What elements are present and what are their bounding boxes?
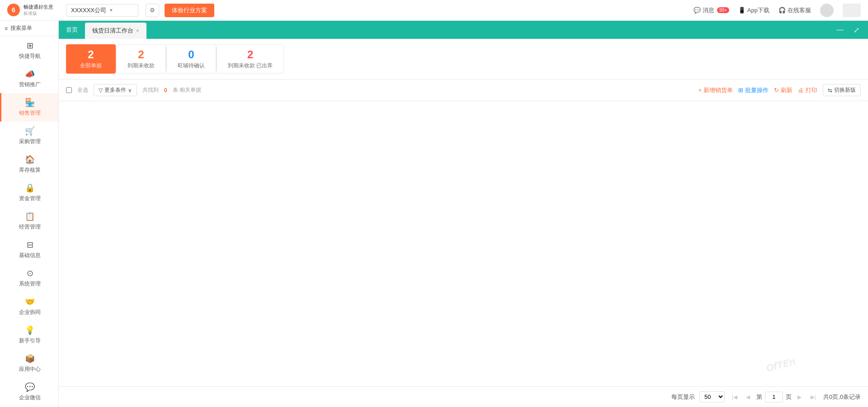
sidebar-item-label-wechat: 企业微信 [19, 394, 41, 402]
stat-label-all: 全部单据 [80, 62, 102, 70]
tab-close-icon[interactable]: × [136, 28, 139, 34]
sidebar-item-enterprise[interactable]: 🤝 企业协同 [0, 292, 58, 321]
select-all-checkbox[interactable] [66, 87, 72, 93]
per-page-label: 每页显示 [671, 393, 695, 401]
tab-active[interactable]: 钱货日清工作台 × [85, 23, 146, 39]
operations-icon: 📋 [25, 211, 35, 221]
avatar[interactable] [820, 4, 834, 17]
sidebar-item-label-purchase: 采购管理 [19, 138, 41, 145]
switch-label: 切换新版 [834, 86, 856, 94]
page-label-end: 页 [786, 393, 792, 401]
search-menu[interactable]: ≡ 搜索菜单 [0, 21, 58, 36]
headset-icon: 🎧 [778, 7, 786, 14]
print-button[interactable]: 🖨 打印 [798, 86, 817, 94]
message-icon: 💬 [693, 7, 701, 14]
wechat-icon: 💬 [25, 382, 35, 392]
page-label: 第 [756, 393, 762, 401]
prev-page-button[interactable]: ◀ [743, 392, 754, 402]
trial-button[interactable]: 体验行业方案 [165, 4, 214, 17]
print-label: 打印 [806, 86, 817, 94]
app-title: 畅捷通好生意 [24, 4, 53, 10]
page-nav: |◀ ◀ 第 页 ▶ ▶| [729, 392, 819, 402]
plus-icon: + 新增销货单 [698, 86, 733, 94]
sales-icon: 🏪 [25, 98, 35, 108]
sidebar-item-label-quick-nav: 快捷导航 [19, 52, 41, 60]
phone-icon: 📱 [738, 7, 745, 14]
last-page-button[interactable]: ▶| [808, 392, 819, 402]
sidebar: ≡ 搜索菜单 ⊞ 快捷导航 📣 营销推广 🏪 销售管理 🛒 采购管理 🏠 库存核… [0, 21, 59, 407]
sidebar-item-system[interactable]: ⊙ 系统管理 [0, 264, 58, 292]
stat-label-overdue: 到期未收款 [127, 62, 155, 70]
pagination-bar: 每页显示 10 20 50 100 |◀ ◀ 第 页 ▶ ▶| 共0页,0条记录 [59, 386, 868, 407]
sidebar-item-inventory[interactable]: 🏠 库存核算 [0, 150, 58, 178]
finance-icon: 🔒 [25, 183, 35, 193]
chevron-down-icon: ∨ [128, 87, 132, 94]
company-selector[interactable]: XXXXXX公司 ▼ [66, 4, 138, 17]
batch-label: 批量操作 [745, 86, 769, 94]
search-menu-label: 搜索菜单 [10, 24, 32, 32]
app-subtitle: 标准版 [24, 10, 53, 17]
content-area: 首页 钱货日清工作台 × — ⤢ 2 全部单据 2 [59, 21, 868, 407]
sidebar-item-basics[interactable]: ⊟ 基础信息 [0, 235, 58, 264]
stat-number-pending: 0 [188, 48, 194, 61]
purchase-icon: 🛒 [25, 126, 35, 136]
refresh-icon: ↻ [774, 87, 779, 94]
batch-operation-button[interactable]: ⊞ 批量操作 [738, 86, 769, 94]
stat-card-overdue-shipped[interactable]: 2 到期未收款 已出库 [217, 44, 284, 74]
settings-button[interactable]: ⚙ [146, 4, 159, 17]
switch-icon: ⇆ [828, 87, 832, 94]
first-page-button[interactable]: |◀ [729, 392, 740, 402]
page-content: 2 全部单据 2 到期未收款 0 旺辅待确认 2 到期未收款 已出库 [59, 39, 868, 407]
refresh-button[interactable]: ↻ 刷新 [774, 86, 793, 94]
sidebar-item-label-system: 系统管理 [19, 280, 41, 288]
switch-new-version-button[interactable]: ⇆ 切换新版 [823, 84, 861, 96]
message-button[interactable]: 💬 消息 99+ [693, 6, 729, 14]
stat-number-overdue-shipped: 2 [247, 48, 253, 61]
header-right: 💬 消息 99+ 📱 App下载 🎧 在线客服 [693, 4, 861, 17]
next-page-button[interactable]: ▶ [794, 392, 805, 402]
refresh-label: 刷新 [781, 86, 793, 94]
stat-card-all[interactable]: 2 全部单据 [66, 44, 116, 74]
sidebar-item-wechat[interactable]: 💬 企业微信 [0, 378, 58, 406]
filter-icon: ▽ [99, 87, 103, 94]
sidebar-item-label-sales: 销售管理 [19, 109, 41, 117]
filter-button[interactable]: ▽ 更多条件 ∨ [94, 84, 137, 96]
sidebar-item-finance[interactable]: 🔒 资金管理 [0, 178, 58, 207]
toolbar-right: + 新增销货单 ⊞ 批量操作 ↻ 刷新 🖨 打印 ⇆ [698, 84, 861, 96]
sidebar-item-operations[interactable]: 📋 经营管理 [0, 207, 58, 235]
page-input[interactable] [765, 392, 783, 402]
stat-card-pending[interactable]: 0 旺辅待确认 [166, 44, 216, 74]
sidebar-item-label-inventory: 库存核算 [19, 166, 41, 174]
per-page-select[interactable]: 10 20 50 100 [699, 391, 725, 402]
enterprise-icon: 🤝 [25, 297, 35, 307]
message-label: 消息 [703, 6, 714, 14]
add-sales-order-button[interactable]: + 新增销货单 [698, 86, 733, 94]
guide-icon: 💡 [25, 325, 35, 335]
sidebar-item-label-marketing: 营销推广 [19, 81, 41, 89]
app-download-button[interactable]: 📱 App下载 [738, 6, 769, 14]
sidebar-item-label-enterprise: 企业协同 [19, 309, 41, 316]
sidebar-item-sales[interactable]: 🏪 销售管理 [0, 93, 58, 122]
marketing-icon: 📣 [25, 69, 35, 79]
company-name: XXXXXX公司 [71, 6, 106, 14]
sidebar-item-marketing[interactable]: 📣 营销推广 [0, 65, 58, 93]
sidebar-item-appcenter[interactable]: 📦 应用中心 [0, 349, 58, 378]
stat-card-overdue[interactable]: 2 到期未收款 [116, 44, 166, 74]
appcenter-icon: 📦 [25, 354, 35, 364]
top-header: 6 畅捷通好生意 标准版 XXXXXX公司 ▼ ⚙ 体验行业方案 💬 消息 99… [0, 0, 868, 21]
sidebar-item-purchase[interactable]: 🛒 采购管理 [0, 122, 58, 150]
sidebar-item-label-operations: 经营管理 [19, 223, 41, 231]
stat-label-overdue-shipped: 到期未收款 已出库 [228, 62, 273, 70]
select-all-label: 全选 [77, 86, 88, 94]
tab-expand-button[interactable]: ⤢ [850, 23, 863, 36]
tab-minimize-button[interactable]: — [834, 23, 846, 36]
batch-icon: ⊞ [738, 87, 743, 94]
tab-home[interactable]: 首页 [59, 21, 85, 39]
online-service-button[interactable]: 🎧 在线客服 [778, 6, 811, 14]
stat-label-pending: 旺辅待确认 [178, 62, 205, 70]
sidebar-item-quick-nav[interactable]: ⊞ 快捷导航 [0, 36, 58, 65]
username [843, 4, 861, 17]
header-mid: ⚙ 体验行业方案 [138, 4, 693, 17]
filter-label: 更多条件 [104, 86, 126, 94]
sidebar-item-guide[interactable]: 💡 新手引导 [0, 321, 58, 349]
